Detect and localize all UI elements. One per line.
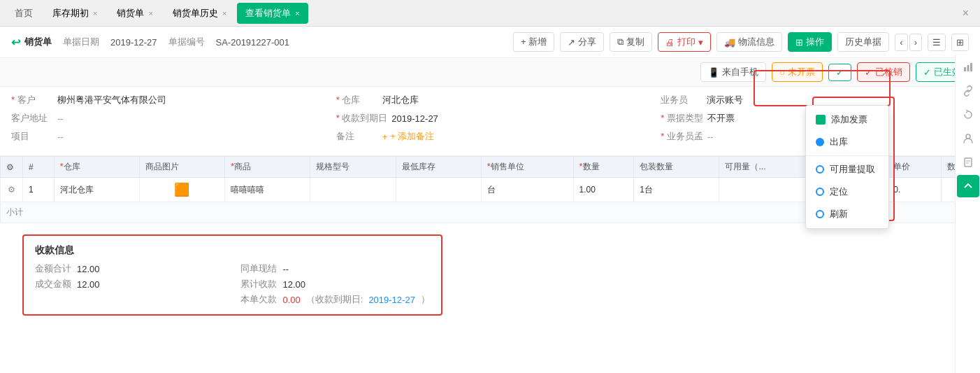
- quantity-extract-icon: [816, 165, 824, 174]
- check-green-icon: ✓: [923, 67, 931, 78]
- col-sales-unit: *销售单位: [481, 157, 573, 178]
- svg-rect-0: [964, 67, 966, 71]
- new-label: + 新增: [521, 36, 547, 48]
- not-open-label: 未开票: [788, 66, 815, 78]
- copy-label: 复制: [626, 36, 644, 48]
- customer-label: 客户: [11, 94, 53, 106]
- dropdown-item-outbound[interactable]: 出库: [806, 131, 888, 153]
- operation-button[interactable]: ⊞ 操作: [788, 32, 832, 52]
- add-note-label: + 添加备注: [390, 130, 434, 143]
- view-sales-label: 查看销货单: [245, 7, 291, 20]
- salesperson-value: --: [707, 132, 714, 142]
- bottom-info-box: 收款信息 金额合计 12.00 同单现结 -- 成交金额 12.00 累计收款 …: [22, 234, 442, 316]
- ticket-type-value: 不开票: [707, 112, 735, 125]
- prev-arrow[interactable]: ‹: [895, 34, 907, 51]
- view-toggle-list[interactable]: ☰: [928, 34, 946, 51]
- nav-arrows: ‹ ›: [895, 34, 922, 51]
- warehouse-label: 仓库: [336, 94, 378, 106]
- operator-value: 演示账号: [707, 94, 743, 106]
- new-button[interactable]: + 新增: [513, 32, 554, 52]
- col-product: *商品: [225, 157, 310, 178]
- confirm-button[interactable]: ✓: [828, 64, 851, 81]
- balance-value: 0.00: [282, 295, 300, 305]
- balance-row: 本单欠款 0.00 （收款到期日: 2019-12-27 ）: [240, 293, 429, 306]
- dropdown-item-refresh[interactable]: 刷新: [806, 203, 888, 225]
- status-sold-label: 已核销: [875, 66, 902, 78]
- copy-button[interactable]: ⧉ 复制: [610, 32, 652, 52]
- logistics-icon: 🚚: [724, 37, 735, 48]
- dropdown-item-quantity-extract[interactable]: 可用量提取: [806, 158, 888, 181]
- col-no: #: [23, 157, 55, 178]
- tab-close-sales[interactable]: ×: [148, 9, 152, 17]
- row-product: 嘻嘻嘻嘻: [225, 178, 310, 202]
- total-amount-label: 金额合计: [35, 262, 71, 275]
- tab-inventory-init[interactable]: 库存期初 ×: [43, 3, 106, 24]
- product-image-icon: 🟧: [174, 183, 189, 197]
- add-invoice-icon: [816, 115, 826, 125]
- transaction-amount-row: 成交金额 12.00: [35, 278, 224, 290]
- tab-sales-history[interactable]: 销货单历史 ×: [164, 3, 236, 24]
- customer-field: 客户 柳州粤港平安气体有限公司: [11, 94, 319, 106]
- dropdown-divider: [806, 155, 888, 156]
- next-arrow[interactable]: ›: [909, 34, 922, 51]
- locate-label: 定位: [830, 185, 848, 198]
- transaction-amount-value: 12.00: [77, 279, 100, 290]
- balance-note: （收款到期日:: [306, 293, 363, 306]
- tab-close-history[interactable]: ×: [222, 9, 226, 17]
- window-close-button[interactable]: ×: [957, 7, 974, 20]
- sidebar-icon-expand[interactable]: [957, 175, 979, 197]
- sales-history-label: 销货单历史: [173, 7, 218, 20]
- address-value: --: [57, 113, 64, 124]
- project-value: --: [57, 132, 64, 142]
- row-spec: [310, 178, 396, 202]
- refresh-label: 刷新: [830, 208, 848, 220]
- tab-close-view[interactable]: ×: [295, 9, 299, 17]
- project-field: 项目 --: [11, 130, 319, 143]
- same-order-value: --: [282, 264, 289, 274]
- sidebar-icon-doc[interactable]: [957, 151, 979, 174]
- tab-sales-order[interactable]: 销货单 ×: [108, 3, 161, 24]
- view-toggle-grid[interactable]: ⊞: [951, 34, 969, 51]
- col-pack-qty: 包装数量: [634, 157, 719, 178]
- info-grid: 金额合计 12.00 同单现结 -- 成交金额 12.00 累计收款 12.00…: [35, 262, 430, 306]
- sidebar-icon-link[interactable]: [957, 80, 979, 102]
- history-button[interactable]: 历史单据: [837, 32, 889, 52]
- row-gear: ⚙: [1, 178, 23, 202]
- logistics-label: 物流信息: [738, 36, 774, 48]
- confirm-icon: ✓: [836, 67, 844, 78]
- date-label: 单据日期: [63, 36, 99, 48]
- row-available: [719, 178, 818, 202]
- sales-order-label: 销货单: [117, 7, 144, 20]
- ticket-type-label: 票据类型: [661, 112, 703, 125]
- sidebar-icon-rotate[interactable]: [957, 104, 979, 126]
- same-order-label: 同单现结: [240, 262, 277, 275]
- outbound-label: 出库: [830, 136, 848, 148]
- not-open-button[interactable]: ○ 未开票: [772, 62, 823, 82]
- not-open-icon: ○: [779, 67, 785, 78]
- logistics-button[interactable]: 🚚 物流信息: [716, 32, 782, 52]
- share-button[interactable]: ↗ 分享: [560, 32, 604, 52]
- dropdown-item-locate[interactable]: 定位: [806, 181, 888, 203]
- doc-title-text: 销货单: [24, 36, 52, 48]
- row-warehouse: 河北仓库: [54, 178, 139, 202]
- tab-view-sales[interactable]: 查看销货单 ×: [237, 3, 308, 24]
- tab-close-inventory[interactable]: ×: [93, 9, 97, 17]
- payment-date-field: 收款到期日 2019-12-27: [336, 112, 644, 125]
- doc-meta: 单据日期 2019-12-27 单据编号 SA-20191227-001: [63, 36, 289, 48]
- svg-rect-2: [970, 63, 972, 71]
- history-label: 历史单据: [845, 36, 881, 48]
- print-button[interactable]: 🖨 打印 ▾: [658, 32, 711, 52]
- sidebar-icon-user[interactable]: [957, 127, 979, 150]
- col-min-stock: 最低库存: [396, 157, 481, 178]
- from-phone-button[interactable]: 📱 来自手机: [700, 62, 766, 82]
- dropdown-item-add-invoice[interactable]: 添加发票: [806, 108, 888, 131]
- tab-home[interactable]: 首页: [6, 3, 42, 24]
- note-field: 备注 + + 添加备注: [336, 130, 644, 143]
- phone-icon: 📱: [708, 67, 719, 78]
- print-dropdown-icon: ▾: [698, 37, 703, 48]
- note-label: 备注: [336, 130, 378, 143]
- sidebar-icon-chart[interactable]: [957, 56, 979, 78]
- add-note-button[interactable]: + + 添加备注: [382, 130, 435, 143]
- print-icon: 🖨: [665, 37, 675, 48]
- col-quantity: *数量: [573, 157, 634, 178]
